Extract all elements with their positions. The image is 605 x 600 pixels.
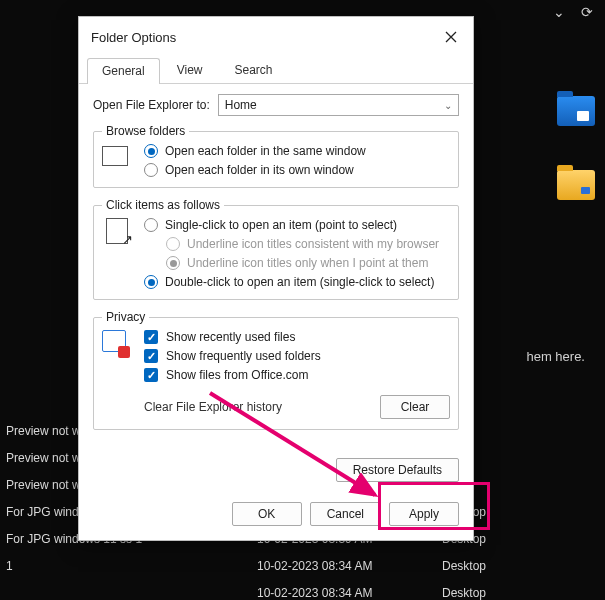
radio-own-window[interactable]: Open each folder in its own window [144,163,450,177]
privacy-group: Privacy Show recently used files Show fr… [93,310,459,430]
radio-icon [166,237,180,251]
window-controls: ⌄ ⟳ [553,4,593,20]
radio-single-click[interactable]: Single-click to open an item (point to s… [144,218,450,232]
check-label: Show frequently used folders [166,349,321,363]
open-explorer-row: Open File Explorer to: Home ⌄ [93,94,459,116]
empty-hint: hem here. [526,349,585,364]
radio-label: Open each folder in the same window [165,144,366,158]
radio-label: Single-click to open an item (point to s… [165,218,397,232]
radio-icon [144,275,158,289]
radio-double-click[interactable]: Double-click to open an item (single-cli… [144,275,450,289]
list-item: 110-02-2023 08:34 AMDesktop [2,552,602,579]
radio-label: Underline icon titles consistent with my… [187,237,439,251]
click-items-group: Click items as follows Single-click to o… [93,198,459,300]
radio-label: Double-click to open an item (single-cli… [165,275,434,289]
clear-history-label: Clear File Explorer history [144,400,282,414]
checkbox-icon [144,349,158,363]
click-legend: Click items as follows [102,198,224,212]
chevron-down-icon: ⌄ [444,100,452,111]
window-glyph-icon [102,144,134,172]
document-glyph-icon [102,218,134,246]
tab-search[interactable]: Search [220,57,288,83]
dialog-content: Open File Explorer to: Home ⌄ Browse fol… [79,84,473,452]
select-value: Home [225,98,257,112]
close-button[interactable] [439,25,463,49]
radio-underline-point: Underline icon titles only when I point … [166,256,450,270]
chevron-down-icon[interactable]: ⌄ [553,4,565,20]
tab-view[interactable]: View [162,57,218,83]
checkbox-icon [144,330,158,344]
radio-label: Underline icon titles only when I point … [187,256,428,270]
list-item: 10-02-2023 08:34 AMDesktop [2,579,602,600]
radio-underline-browser: Underline icon titles consistent with my… [166,237,450,251]
cancel-button[interactable]: Cancel [310,502,381,526]
clear-button[interactable]: Clear [380,395,450,419]
desktop-icons [557,96,595,200]
ok-button[interactable]: OK [232,502,302,526]
browse-legend: Browse folders [102,124,189,138]
privacy-legend: Privacy [102,310,149,324]
radio-icon [166,256,180,270]
folder-icon[interactable] [557,170,595,200]
radio-label: Open each folder in its own window [165,163,354,177]
apply-button[interactable]: Apply [389,502,459,526]
check-office-files[interactable]: Show files from Office.com [144,368,450,382]
check-label: Show files from Office.com [166,368,309,382]
radio-icon [144,218,158,232]
tab-general[interactable]: General [87,58,160,84]
folder-options-dialog: Folder Options General View Search Open … [78,16,474,541]
titlebar: Folder Options [79,17,473,57]
privacy-glyph-icon [102,330,134,358]
open-explorer-label: Open File Explorer to: [93,98,210,112]
dialog-footer: OK Cancel Apply [79,492,473,540]
tabs: General View Search [79,57,473,84]
check-label: Show recently used files [166,330,295,344]
radio-icon [144,163,158,177]
restore-defaults-button[interactable]: Restore Defaults [336,458,459,482]
check-recent-files[interactable]: Show recently used files [144,330,450,344]
check-frequent-folders[interactable]: Show frequently used folders [144,349,450,363]
open-explorer-select[interactable]: Home ⌄ [218,94,459,116]
radio-icon [144,144,158,158]
close-icon [445,31,457,43]
pictures-folder-icon[interactable] [557,96,595,126]
refresh-icon[interactable]: ⟳ [581,4,593,20]
dialog-title: Folder Options [91,30,176,45]
browse-folders-group: Browse folders Open each folder in the s… [93,124,459,188]
radio-same-window[interactable]: Open each folder in the same window [144,144,450,158]
checkbox-icon [144,368,158,382]
